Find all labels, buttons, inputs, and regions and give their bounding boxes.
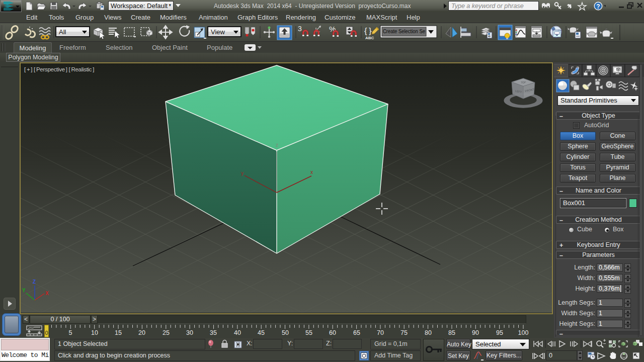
svg-text:Create Selection Se: Create Selection Se [383,28,425,34]
svg-text:3: 3 [298,25,302,33]
svg-text:Y: Y [22,288,26,293]
svg-text:X: X [45,291,49,296]
svg-text:View: View [211,28,225,36]
svg-text:ABC: ABC [365,36,374,40]
svg-text:[ + ] [ Perspective ] [ Realis: [ + ] [ Perspective ] [ Realistic ] [24,66,94,72]
svg-text:x: x [310,169,313,175]
svg-text:z: z [276,142,278,148]
svg-text:Z: Z [33,279,36,285]
svg-text:TOP: TOP [521,80,526,84]
svg-text:{ }: { } [364,26,372,36]
svg-text:y: y [241,170,244,176]
svg-text:All: All [59,28,66,36]
svg-text:?: ? [596,3,600,10]
